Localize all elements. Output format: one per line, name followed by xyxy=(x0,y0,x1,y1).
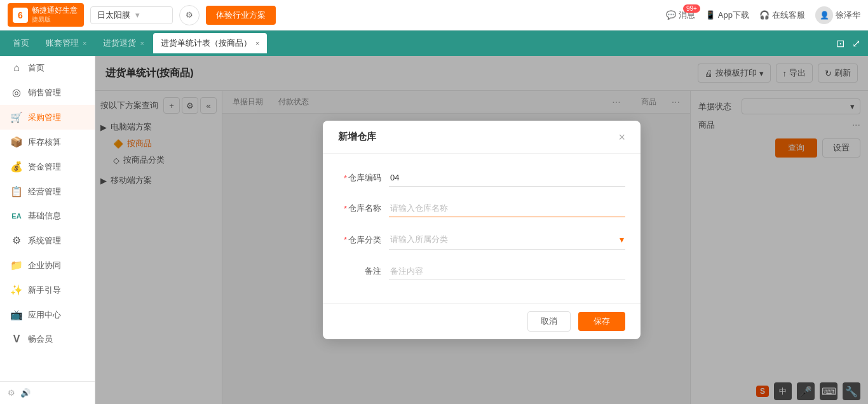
form-label-code: * 仓库编码 xyxy=(338,172,389,184)
sidebar-item-finance[interactable]: 💰 资金管理 xyxy=(0,154,95,179)
restore-button[interactable]: ⊡ xyxy=(834,37,847,50)
sidebar-app-label: 应用中心 xyxy=(28,309,61,321)
store-selector[interactable]: 日太阳膜 ▾ xyxy=(90,6,173,24)
sidebar-item-enterprise[interactable]: 📁 企业协同 xyxy=(0,253,95,278)
sidebar-sales-label: 销售管理 xyxy=(28,87,61,98)
app-download-label: App下载 xyxy=(718,10,749,21)
sidebar-purchase-label: 采购管理 xyxy=(28,112,61,123)
sales-icon: ◎ xyxy=(10,86,23,98)
sidebar-footer: ⚙ 🔊 xyxy=(0,381,95,404)
logo-icon: 6 xyxy=(13,8,28,23)
app-download-button[interactable]: 📱 App下载 xyxy=(705,10,749,21)
modal-header: 新增仓库 × xyxy=(323,121,641,154)
required-star-name: * xyxy=(344,204,347,213)
modal-body: * 仓库编码 * 仓库名称 xyxy=(323,154,641,303)
sidebar-home-label: 首页 xyxy=(28,62,44,74)
category-arrow-icon: ▾ xyxy=(620,234,624,245)
trial-button[interactable]: 体验行业方案 xyxy=(206,6,276,25)
purchase-icon: 🛒 xyxy=(10,111,23,123)
modal-title: 新增仓库 xyxy=(338,131,376,143)
form-row-code: * 仓库编码 xyxy=(338,169,625,187)
online-service-button[interactable]: 🎧 在线客服 xyxy=(759,10,805,21)
label-code-text: 仓库编码 xyxy=(348,172,381,184)
logo-area: 6 畅捷通好生意 捷易版 xyxy=(8,3,84,27)
cancel-button[interactable]: 取消 xyxy=(527,311,571,332)
user-area[interactable]: 👤 徐泽华 xyxy=(815,6,860,24)
tab-account-close[interactable]: × xyxy=(83,39,86,47)
sidebar-enterprise-label: 企业协同 xyxy=(28,260,61,271)
inventory-icon: 📦 xyxy=(10,136,23,148)
warehouse-category-select[interactable]: 请输入所属分类 ▾ xyxy=(389,230,625,250)
sidebar-item-home[interactable]: ⌂ 首页 xyxy=(0,56,95,80)
sidebar-guide-label: 新手引导 xyxy=(28,285,61,296)
modal-overlay[interactable]: 新增仓库 × * 仓库编码 * xyxy=(95,56,868,404)
label-category-text: 仓库分类 xyxy=(348,234,381,246)
sidebar-finance-label: 资金管理 xyxy=(28,161,61,173)
form-row-name: * 仓库名称 xyxy=(338,199,625,217)
tab-purchase-return-label: 进货退货 xyxy=(103,37,136,49)
content-area: 进货单统计(按商品) 🖨 按模板打印 ▾ ↑ 导出 ↻ 刷新 xyxy=(95,56,868,404)
collapse-icon[interactable]: 🔊 xyxy=(20,388,31,398)
warehouse-name-input[interactable] xyxy=(389,199,625,217)
top-header: 6 畅捷通好生意 捷易版 日太阳膜 ▾ ⚙ 体验行业方案 💬 消息 99+ 📱 … xyxy=(0,0,868,30)
sidebar-item-app[interactable]: 📺 应用中心 xyxy=(0,302,95,327)
member-icon: V xyxy=(10,333,23,345)
sidebar: ⌂ 首页 ◎ 销售管理 🛒 采购管理 📦 库存核算 💰 资金管理 📋 经营管理 … xyxy=(0,56,95,404)
main-layout: ⌂ 首页 ◎ 销售管理 🛒 采购管理 📦 库存核算 💰 资金管理 📋 经营管理 … xyxy=(0,56,868,404)
form-row-note: 备注 xyxy=(338,262,625,280)
sidebar-system-label: 系统管理 xyxy=(28,235,61,246)
tab-purchase-stats-close[interactable]: × xyxy=(255,39,259,47)
phone-icon: 📱 xyxy=(705,10,715,20)
modal-close-button[interactable]: × xyxy=(618,131,625,143)
save-button[interactable]: 保存 xyxy=(578,312,625,331)
modal-footer: 取消 保存 xyxy=(323,303,641,339)
message-badge: 99+ xyxy=(683,4,700,13)
label-name-text: 仓库名称 xyxy=(348,203,381,214)
tab-account[interactable]: 账套管理 × xyxy=(38,33,94,53)
sidebar-item-purchase[interactable]: 🛒 采购管理 xyxy=(0,105,95,130)
tab-home-label: 首页 xyxy=(13,37,29,49)
sidebar-item-basic[interactable]: EA 基础信息 xyxy=(0,204,95,228)
header-right: 💬 消息 99+ 📱 App下载 🎧 在线客服 👤 徐泽华 xyxy=(666,6,860,24)
business-icon: 📋 xyxy=(10,185,23,198)
warehouse-code-input[interactable] xyxy=(389,169,625,187)
sidebar-item-system[interactable]: ⚙ 系统管理 xyxy=(0,228,95,253)
required-star-code: * xyxy=(344,173,347,183)
tab-purchase-stats[interactable]: 进货单统计表（按商品） × xyxy=(153,33,267,53)
label-note-text: 备注 xyxy=(365,266,381,277)
system-icon: ⚙ xyxy=(10,234,23,246)
required-star-category: * xyxy=(344,235,347,245)
form-label-category: * 仓库分类 xyxy=(338,234,389,246)
tab-bar: 首页 账套管理 × 进货退货 × 进货单统计表（按商品） × ⊡ ⤢ xyxy=(0,30,868,56)
sidebar-item-inventory[interactable]: 📦 库存核算 xyxy=(0,130,95,154)
avatar-icon: 👤 xyxy=(820,11,829,20)
basic-icon: EA xyxy=(10,212,23,220)
home-icon: ⌂ xyxy=(10,62,23,74)
settings-button[interactable]: ⚙ xyxy=(179,5,200,25)
app-badge: 捷易版 xyxy=(32,15,78,24)
avatar: 👤 xyxy=(815,6,833,24)
message-button[interactable]: 💬 消息 99+ xyxy=(666,10,695,21)
settings-footer-icon[interactable]: ⚙ xyxy=(8,388,15,398)
sidebar-business-label: 经营管理 xyxy=(28,186,61,198)
warehouse-note-input[interactable] xyxy=(389,262,625,280)
tab-home[interactable]: 首页 xyxy=(5,33,37,53)
online-service-label: 在线客服 xyxy=(772,10,805,21)
finance-icon: 💰 xyxy=(10,161,23,173)
expand-button[interactable]: ⤢ xyxy=(850,37,863,50)
username: 徐泽华 xyxy=(836,10,860,21)
tab-actions: ⊡ ⤢ xyxy=(834,37,863,50)
app-icon: 📺 xyxy=(10,309,23,321)
sidebar-inventory-label: 库存核算 xyxy=(28,137,61,148)
sidebar-basic-label: 基础信息 xyxy=(28,210,61,222)
sidebar-item-sales[interactable]: ◎ 销售管理 xyxy=(0,80,95,105)
sidebar-item-business[interactable]: 📋 经营管理 xyxy=(0,179,95,204)
headset-icon: 🎧 xyxy=(759,10,770,20)
sidebar-item-member[interactable]: V 畅会员 xyxy=(0,327,95,351)
sidebar-item-guide[interactable]: ✨ 新手引导 xyxy=(0,278,95,302)
app-name: 畅捷通好生意 xyxy=(32,6,78,16)
form-label-note: 备注 xyxy=(338,266,389,277)
tab-purchase-return-close[interactable]: × xyxy=(140,39,144,47)
form-label-name: * 仓库名称 xyxy=(338,203,389,214)
tab-purchase-return[interactable]: 进货退货 × xyxy=(95,33,151,53)
